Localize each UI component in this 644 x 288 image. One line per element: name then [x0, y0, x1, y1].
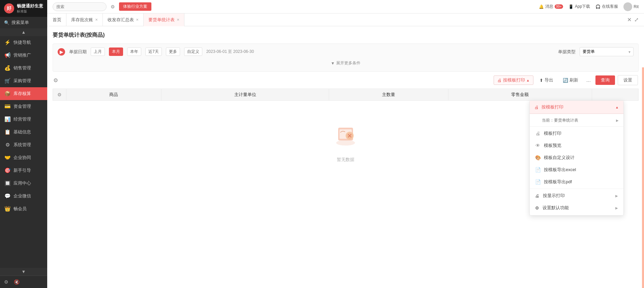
tab-batch-account-close[interactable]: ✕ — [95, 18, 98, 22]
sidebar-search[interactable]: 🔍 搜索菜单 — [0, 17, 47, 28]
menu-item-template-print[interactable]: 🖨 模板打印 — [530, 127, 623, 139]
phone-icon: 📱 — [568, 4, 574, 9]
sidebar-item-purchase[interactable]: 🛒 采购管理 — [0, 74, 47, 87]
sidebar-item-collab[interactable]: 🤝 企业协同 — [0, 151, 47, 164]
app-subtitle: 标准版 — [17, 9, 43, 13]
table-col-product: 商品 — [66, 89, 162, 101]
table-header: ⚙ 商品 主计量单位 主数量 零售金额 — [53, 89, 639, 101]
date-btn-more[interactable]: 更多 — [166, 47, 180, 56]
sidebar-item-label: 系统管理 — [13, 142, 31, 148]
current-template-item[interactable]: 当前：要货单统计表 ▶ — [530, 115, 623, 126]
sidebar-item-finance[interactable]: 💳 资金管理 — [0, 100, 47, 113]
menu-item-template-preview[interactable]: 👁 模板预览 — [530, 139, 623, 152]
query-button[interactable]: 查询 — [595, 75, 615, 85]
date-btn-this-month[interactable]: 本月 — [109, 47, 123, 56]
print-menu-printer-icon: 🖨 — [534, 105, 539, 110]
tab-close-all-button[interactable]: ✕ — [627, 17, 632, 23]
set-default-label: 设置默认功能 — [543, 205, 569, 211]
industry-button[interactable]: 体验行业方案 — [119, 2, 151, 11]
display-print-icon: 🖨 — [535, 193, 539, 198]
messages-badge: 99+ — [555, 4, 563, 9]
sidebar-item-system[interactable]: ⚙ 系统管理 — [0, 138, 47, 151]
type-filter-value: 要货单 — [583, 49, 595, 54]
print-menu-title: 按模板打印 — [541, 104, 563, 110]
export-btn[interactable]: ⬆ 导出 — [536, 76, 557, 85]
print-menu-collapse-icon[interactable]: ▲ — [615, 105, 619, 109]
display-print-label: 按显示打印 — [543, 193, 565, 199]
system-icon: ⚙ — [4, 142, 11, 148]
tab-batch-account-label: 库存批次账 — [71, 17, 93, 23]
messages-btn[interactable]: 🔔 消息 99+ — [539, 4, 563, 9]
tab-demand-stats-close[interactable]: ✕ — [177, 18, 179, 22]
current-template-label: 当前：要货单统计表 — [542, 118, 578, 123]
print-menu-header: 🖨 按模板打印 ▲ — [530, 101, 623, 114]
operations-icon: 📊 — [4, 116, 11, 122]
sidebar-item-sales[interactable]: 💰 销售管理 — [0, 62, 47, 74]
main-area: ⚙ 体验行业方案 🔔 消息 99+ 📱 App下载 🎧 在线客服 Rit — [47, 0, 644, 288]
topbar: ⚙ 体验行业方案 🔔 消息 99+ 📱 App下载 🎧 在线客服 Rit — [47, 0, 644, 13]
wechat-icon: 💬 — [4, 193, 11, 199]
date-btn-this-year[interactable]: 本年 — [127, 47, 141, 56]
sidebar-item-basic[interactable]: 📋 基础信息 — [0, 126, 47, 138]
menu-divider-1 — [530, 126, 623, 127]
topbar-search-input[interactable] — [53, 2, 107, 11]
sidebar-item-wechat[interactable]: 💬 企业微信 — [0, 190, 47, 202]
purchase-icon: 🛒 — [4, 78, 11, 84]
type-filter-select[interactable]: 要货单 ▼ — [580, 47, 634, 56]
app-name: 畅捷通好生意 — [17, 3, 43, 9]
tab-receipt-summary-label: 收发存汇总表 — [108, 17, 134, 23]
menu-item-display-print[interactable]: 🖨 按显示打印 ▶ — [530, 190, 623, 202]
tab-demand-stats[interactable]: 要货单统计表 ✕ — [144, 13, 184, 26]
menu-item-label: 模板打印 — [544, 130, 561, 136]
sidebar-item-guide[interactable]: 🎯 新手引导 — [0, 164, 47, 177]
current-template-arrow: ▶ — [616, 119, 619, 122]
date-btn-custom[interactable]: 自定义 — [184, 47, 202, 56]
sidebar-scroll-up[interactable]: ▲ — [0, 28, 47, 36]
topbar-right: 🔔 消息 99+ 📱 App下载 🎧 在线客服 Rit — [539, 2, 639, 11]
tab-batch-account[interactable]: 库存批次账 ✕ — [66, 13, 103, 26]
date-btn-last-month[interactable]: 上月 — [91, 47, 105, 56]
mute-icon[interactable]: 🔇 — [14, 279, 20, 285]
column-filter-icon[interactable]: ⚙ — [53, 77, 58, 84]
sidebar-item-label: 经营管理 — [13, 116, 31, 122]
refresh-btn[interactable]: 🔄 刷新 — [559, 76, 582, 85]
more-options-btn[interactable]: ... — [584, 77, 593, 83]
print-menu-section: 当前：要货单统计表 ▶ 🖨 模板打印 👁 模板预览 🎨 模板自定义设计 — [530, 114, 623, 215]
menu-item-label: 模板预览 — [544, 142, 561, 149]
member-icon: 👑 — [4, 206, 11, 212]
sidebar-item-inventory[interactable]: 📦 库存核算 — [0, 87, 47, 100]
sidebar-search-label: 搜索菜单 — [11, 20, 29, 26]
menu-item-template-custom[interactable]: 🎨 模板自定义设计 — [530, 152, 623, 164]
user-avatar-btn[interactable]: Rit — [623, 2, 639, 11]
print-dropdown-btn[interactable]: 🖨 按模板打印 ▲ — [494, 75, 533, 85]
tab-receipt-summary-close[interactable]: ✕ — [136, 18, 139, 22]
date-range-text: 2023-06-01 至 2023-06-30 — [206, 49, 254, 55]
online-service-btn[interactable]: 🎧 在线客服 — [595, 4, 618, 9]
tab-receipt-summary[interactable]: 收发存汇总表 ✕ — [103, 13, 144, 26]
sidebar-item-operations[interactable]: 📊 经营管理 — [0, 113, 47, 126]
menu-item-set-default[interactable]: ⚙ 设置默认功能 ▶ — [530, 202, 623, 214]
sidebar-item-label: 企业协同 — [13, 155, 31, 161]
sidebar-scroll-down[interactable]: ▼ — [0, 268, 47, 276]
sidebar-item-label: 资金管理 — [13, 103, 31, 109]
expand-filter-btn[interactable]: ▼ 展开更多条件 — [58, 58, 634, 68]
app-download-btn[interactable]: 📱 App下载 — [568, 4, 590, 9]
filter-toggle-button[interactable]: ▶ — [58, 48, 65, 56]
sidebar-item-marketing[interactable]: 📢 营销推广 — [0, 49, 47, 62]
sidebar-item-member[interactable]: 👑 畅会员 — [0, 202, 47, 215]
settings-button[interactable]: 设置 — [618, 75, 638, 85]
app-download-label: App下载 — [575, 4, 590, 9]
tab-expand-button[interactable]: ⤢ — [634, 17, 639, 23]
settings-icon[interactable]: ⚙ — [111, 4, 115, 9]
menu-item-template-export-pdf[interactable]: 📄 按模板导出pdf — [530, 176, 623, 188]
resize-handle[interactable] — [642, 67, 644, 288]
table-col-settings[interactable]: ⚙ — [53, 89, 66, 101]
table-settings-icon[interactable]: ⚙ — [57, 92, 62, 97]
date-btn-7days[interactable]: 近7天 — [145, 47, 162, 56]
settings-icon[interactable]: ⚙ — [4, 279, 8, 285]
tab-home[interactable]: 首页 — [53, 13, 66, 26]
menu-item-template-export-excel[interactable]: 📄 按模板导出excel — [530, 164, 623, 176]
sidebar-item-label: 采购管理 — [13, 78, 31, 84]
sidebar-item-apps[interactable]: 🔲 应用中心 — [0, 177, 47, 190]
sidebar-item-quick-nav[interactable]: ⚡ 快捷导航 — [0, 36, 47, 49]
